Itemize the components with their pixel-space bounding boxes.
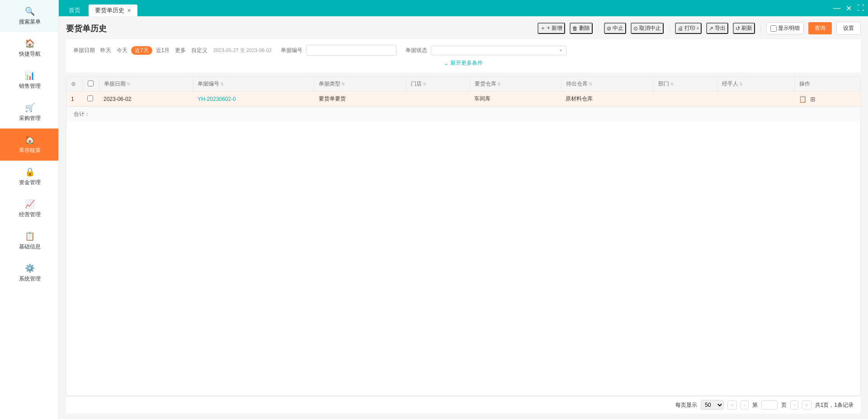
- sidebar-item-base-info[interactable]: 📋 基础信息: [0, 225, 58, 257]
- th-store[interactable]: 门店⇅: [406, 76, 470, 92]
- divider1: [598, 25, 599, 32]
- purchase-mgmt-label: 采购管理: [19, 114, 41, 122]
- select-all-checkbox[interactable]: [88, 81, 94, 86]
- th-label-pending_warehouse: 待出仓库: [566, 81, 588, 87]
- th-label-doc_type: 单据类型: [319, 81, 340, 87]
- print-button[interactable]: 🖨 打印 ▾: [675, 23, 702, 34]
- doc-status-label: 单据状态: [406, 47, 427, 54]
- gear-icon[interactable]: ⚙: [71, 81, 76, 87]
- th-label-doc_number: 单据编号: [198, 81, 219, 87]
- date-btn-last7days[interactable]: 近7天: [131, 46, 152, 55]
- date-btn-last1month[interactable]: 近1月: [154, 46, 172, 55]
- cell-doc_number-0[interactable]: YH-20230602-0: [193, 92, 314, 106]
- doc-number-input[interactable]: [306, 45, 396, 56]
- delete-icon: 🗑: [572, 25, 578, 32]
- th-doc_date[interactable]: 单据日期⇅: [99, 76, 193, 92]
- export-icon: ↗: [709, 25, 713, 32]
- quick-nav-icon: 🏠: [25, 38, 35, 48]
- row-checkbox[interactable]: [87, 95, 93, 101]
- date-filter-label: 单据日期: [73, 47, 95, 54]
- date-btn-yesterday[interactable]: 昨天: [99, 46, 113, 55]
- next-page-btn[interactable]: ›: [790, 400, 798, 409]
- expand-more-btn[interactable]: ⌄ 展开更多条件: [73, 59, 854, 67]
- th-index: ⚙: [66, 76, 83, 92]
- date-btn-custom[interactable]: 自定义: [189, 46, 209, 55]
- cancel-stop-button[interactable]: ⊙ 取消中止: [631, 23, 664, 34]
- prev-page-btn[interactable]: ‹: [741, 400, 749, 409]
- th-doc_type[interactable]: 单据类型⇅: [314, 76, 406, 92]
- cell-store-0: [406, 92, 470, 106]
- view-action-icon[interactable]: 📋: [799, 95, 807, 103]
- cell-doc_type-0: 要货单要货: [314, 92, 406, 106]
- th-pending_warehouse[interactable]: 待出仓库⇅: [561, 76, 653, 92]
- th-doc_number[interactable]: 单据编号⇅: [193, 76, 314, 92]
- th-handler[interactable]: 经手人⇅: [717, 76, 794, 92]
- th-label-req_warehouse: 要货仓库: [475, 81, 496, 87]
- display-detail-button[interactable]: 显示明细: [766, 22, 804, 34]
- first-page-btn[interactable]: «: [727, 400, 737, 409]
- doc-number-label: 单据编号: [281, 47, 302, 54]
- cell-doc_date-0: 2023-06-02: [99, 92, 193, 106]
- sidebar-item-inventory-mgmt[interactable]: 🏠 库存核算: [0, 129, 58, 161]
- delete-button[interactable]: 🗑 删除: [570, 23, 593, 34]
- pagination-bar: 每页显示 102050100 « ‹ 第 1 页 › » 共1页，1条记录: [66, 396, 861, 414]
- cell-req_warehouse-0: 车间库: [470, 92, 561, 106]
- search-menu-label: 搜索菜单: [19, 18, 41, 26]
- table-container: ⚙单据日期⇅单据编号⇅单据类型⇅门店⇅要货仓库⇅待出仓库⇅部门⇅经手人⇅操作 1…: [66, 76, 861, 396]
- sidebar-item-search-menu[interactable]: 🔍 搜索菜单: [0, 0, 58, 32]
- display-detail-checkbox[interactable]: [770, 25, 777, 32]
- query-button[interactable]: 查询: [808, 22, 832, 34]
- cell-action-0: 📋 ⊞: [794, 92, 860, 106]
- cell-checkbox-0[interactable]: [83, 92, 99, 106]
- page-input[interactable]: 1: [761, 400, 778, 409]
- sidebar-item-quick-nav[interactable]: 🏠 快捷导航: [0, 32, 58, 64]
- action-icons: 📋 ⊞: [799, 95, 856, 103]
- base-info-icon: 📋: [25, 231, 35, 241]
- close-icon[interactable]: ✕: [846, 4, 852, 13]
- page-size-select[interactable]: 102050100: [701, 400, 724, 410]
- more-action-icon[interactable]: ⊞: [810, 95, 816, 103]
- sidebar-item-purchase-mgmt[interactable]: 🛒 采购管理: [0, 96, 58, 129]
- table-header-row: ⚙单据日期⇅单据编号⇅单据类型⇅门店⇅要货仓库⇅待出仓库⇅部门⇅经手人⇅操作: [66, 76, 860, 92]
- th-department[interactable]: 部门⇅: [654, 76, 717, 92]
- refresh-button[interactable]: ↺ 刷新: [733, 23, 755, 34]
- sort-icon-pending_warehouse: ⇅: [589, 81, 592, 86]
- sidebar-item-finance-mgmt[interactable]: 🔒 资金管理: [0, 161, 58, 193]
- export-button[interactable]: ↗ 导出: [706, 23, 728, 34]
- system-mgmt-icon: ⚙️: [25, 263, 35, 273]
- th-req_warehouse[interactable]: 要货仓库⇅: [470, 76, 561, 92]
- minimize-icon[interactable]: —: [833, 4, 840, 12]
- divider2: [669, 25, 670, 32]
- cell-pending_warehouse-0: 原材料仓库: [561, 92, 653, 106]
- inventory-mgmt-label: 库存核算: [19, 147, 41, 154]
- toolbar: ＋ + 新增 🗑 删除 ⊘ 中止 ⊙ 取消中止 🖨: [538, 22, 861, 35]
- th-label-store: 门店: [411, 81, 422, 87]
- quick-nav-label: 快捷导航: [19, 50, 41, 58]
- sidebar-item-sales-mgmt[interactable]: 📊 销售管理: [0, 64, 58, 96]
- sidebar-item-system-mgmt[interactable]: ⚙️ 系统管理: [0, 257, 58, 289]
- tab-bar: 首页要货单历史✕ — ✕ ⛶: [59, 0, 868, 16]
- sidebar-item-operations-mgmt[interactable]: 📈 经营管理: [0, 193, 58, 225]
- maximize-icon[interactable]: ⛶: [857, 4, 864, 12]
- tab-home[interactable]: 首页: [62, 5, 87, 16]
- doc-status-select[interactable]: ▾: [431, 46, 566, 55]
- settings-button[interactable]: 设置: [836, 22, 861, 35]
- date-btn-today[interactable]: 今天: [115, 46, 129, 55]
- total-label: 共1页，1条记录: [815, 401, 854, 409]
- search-menu-icon: 🔍: [25, 6, 35, 16]
- last-page-btn[interactable]: »: [802, 400, 811, 409]
- add-button[interactable]: ＋ + 新增: [538, 23, 565, 34]
- operations-mgmt-label: 经营管理: [19, 211, 41, 219]
- doc-number-link[interactable]: YH-20230602-0: [198, 96, 236, 102]
- summary-label: 合计：: [74, 110, 90, 118]
- refresh-icon: ↺: [736, 25, 740, 32]
- finance-mgmt-label: 资金管理: [19, 179, 41, 186]
- window-controls: — ✕ ⛶: [833, 4, 864, 13]
- purchase-mgmt-icon: 🛒: [25, 103, 35, 113]
- sales-mgmt-icon: 📊: [25, 71, 35, 81]
- date-btn-more[interactable]: 更多: [173, 46, 188, 55]
- inventory-mgmt-icon: 🏠: [25, 135, 35, 145]
- tab-requisition-history[interactable]: 要货单历史✕: [89, 5, 137, 16]
- stop-button[interactable]: ⊘ 中止: [604, 23, 626, 34]
- tab-close-requisition-history[interactable]: ✕: [127, 8, 131, 14]
